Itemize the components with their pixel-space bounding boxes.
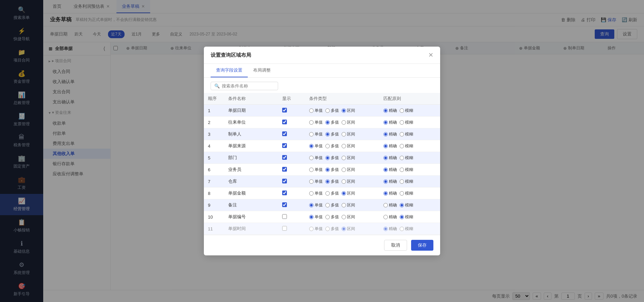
type-range-10[interactable]: 区间 [342, 214, 355, 220]
match-fuzzy-8[interactable]: 模糊 [400, 191, 413, 196]
type-multi-10[interactable]: 多值 [325, 214, 339, 220]
row-type-10: 单值 多值 区间 [305, 211, 379, 223]
row-name-2: 往来单位 [224, 117, 278, 128]
row-display-9 [278, 199, 305, 211]
type-range-8[interactable]: 区间 [342, 191, 355, 196]
match-fuzzy-9[interactable]: 模糊 [400, 202, 413, 208]
dialog-overlay[interactable]: 设置查询区域布局 ✕ 查询字段设置 布局调整 🔍 顺序 条件名称 显示 条件类型… [0, 0, 644, 302]
match-fuzzy-2[interactable]: 模糊 [400, 120, 413, 125]
type-range-1[interactable]: 区间 [342, 108, 355, 114]
dialog-save-button[interactable]: 保存 [411, 240, 433, 251]
cancel-button[interactable]: 取消 [384, 240, 407, 251]
type-single-4[interactable]: 单值 [309, 143, 323, 149]
type-single-1[interactable]: 单值 [309, 108, 323, 114]
type-multi-3[interactable]: 多值 [325, 131, 339, 137]
row-order-6: 6 [204, 164, 224, 175]
table-row: 2 往来单位 单值 多值 区间 精确 模糊 [204, 117, 440, 128]
display-checkbox-10[interactable] [282, 214, 287, 220]
row-display-6 [278, 164, 305, 175]
display-checkbox-4[interactable] [282, 143, 287, 149]
type-multi-1[interactable]: 多值 [325, 108, 339, 114]
match-exact-5[interactable]: 精确 [383, 155, 397, 161]
display-checkbox-7[interactable] [282, 179, 287, 184]
row-type-9: 单值 多值 区间 [305, 199, 379, 211]
row-match-4: 精确 模糊 [379, 140, 440, 152]
type-range-3[interactable]: 区间 [342, 131, 355, 137]
row-order-5: 5 [204, 152, 224, 163]
type-single-10[interactable]: 单值 [309, 214, 323, 220]
row-order-8: 8 [204, 187, 224, 199]
type-range-2[interactable]: 区间 [342, 120, 355, 125]
match-fuzzy-6[interactable]: 模糊 [400, 167, 413, 173]
row-type-8: 单值 多值 区间 [305, 187, 379, 199]
type-range-4[interactable]: 区间 [342, 143, 355, 149]
type-multi-6[interactable]: 多值 [325, 167, 339, 173]
match-exact-11[interactable]: 精确 [383, 226, 397, 232]
dialog-search-input[interactable] [222, 83, 274, 89]
type-multi-11[interactable]: 多值 [325, 226, 339, 232]
type-single-3[interactable]: 单值 [309, 131, 323, 137]
match-exact-7[interactable]: 精确 [383, 179, 397, 184]
type-multi-5[interactable]: 多值 [325, 155, 339, 161]
match-exact-1[interactable]: 精确 [383, 108, 397, 114]
match-fuzzy-4[interactable]: 模糊 [400, 143, 413, 149]
type-multi-2[interactable]: 多值 [325, 120, 339, 125]
row-display-1 [278, 105, 305, 116]
match-radio-group-9: 精确 模糊 [383, 202, 413, 208]
dialog-tab-layout[interactable]: 布局调整 [248, 64, 276, 77]
type-multi-4[interactable]: 多值 [325, 143, 339, 149]
display-checkbox-3[interactable] [282, 131, 287, 137]
dialog-search: 🔍 [204, 78, 440, 93]
type-multi-7[interactable]: 多值 [325, 179, 339, 184]
display-checkbox-11[interactable] [282, 226, 287, 232]
display-checkbox-5[interactable] [282, 155, 287, 161]
dialog-close-button[interactable]: ✕ [428, 51, 433, 59]
type-single-8[interactable]: 单值 [309, 191, 323, 196]
match-exact-4[interactable]: 精确 [383, 143, 397, 149]
row-display-10 [278, 211, 305, 223]
row-name-8: 单据金额 [224, 187, 278, 199]
match-fuzzy-10[interactable]: 模糊 [400, 214, 413, 220]
match-fuzzy-3[interactable]: 模糊 [400, 131, 413, 137]
type-single-7[interactable]: 单值 [309, 179, 323, 184]
type-single-2[interactable]: 单值 [309, 120, 323, 125]
display-checkbox-9[interactable] [282, 202, 287, 208]
match-fuzzy-7[interactable]: 模糊 [400, 179, 413, 184]
match-exact-6[interactable]: 精确 [383, 167, 397, 173]
display-checkbox-1[interactable] [282, 108, 287, 114]
type-range-7[interactable]: 区间 [342, 179, 355, 184]
type-radio-group-3: 单值 多值 区间 [309, 131, 355, 137]
type-range-6[interactable]: 区间 [342, 167, 355, 173]
display-checkbox-6[interactable] [282, 167, 287, 173]
type-multi-9[interactable]: 多值 [325, 202, 339, 208]
table-row: 8 单据金额 单值 多值 区间 精确 模糊 [204, 187, 440, 199]
display-checkbox-8[interactable] [282, 191, 287, 196]
type-range-11[interactable]: 区间 [342, 226, 355, 232]
row-name-10: 单据编号 [224, 211, 278, 223]
row-type-11: 单值 多值 区间 [305, 223, 379, 234]
dialog-header: 设置查询区域布局 ✕ [204, 47, 440, 64]
match-exact-2[interactable]: 精确 [383, 120, 397, 125]
type-range-5[interactable]: 区间 [342, 155, 355, 161]
match-exact-3[interactable]: 精确 [383, 131, 397, 137]
type-single-6[interactable]: 单值 [309, 167, 323, 173]
match-radio-group-8: 精确 模糊 [383, 191, 413, 196]
type-multi-8[interactable]: 多值 [325, 191, 339, 196]
type-single-9[interactable]: 单值 [309, 202, 323, 208]
match-exact-8[interactable]: 精确 [383, 191, 397, 196]
match-exact-9[interactable]: 精确 [383, 202, 397, 208]
match-radio-group-2: 精确 模糊 [383, 120, 413, 125]
type-radio-group-7: 单值 多值 区间 [309, 179, 355, 184]
row-type-2: 单值 多值 区间 [305, 117, 379, 128]
display-checkbox-2[interactable] [282, 120, 287, 125]
match-fuzzy-11[interactable]: 模糊 [400, 226, 413, 232]
type-single-5[interactable]: 单值 [309, 155, 323, 161]
dialog-tab-fields[interactable]: 查询字段设置 [211, 64, 248, 77]
dialog-search-box: 🔍 [211, 82, 278, 90]
match-exact-10[interactable]: 精确 [383, 214, 397, 220]
row-match-7: 精确 模糊 [379, 176, 440, 187]
type-single-11[interactable]: 单值 [309, 226, 323, 232]
type-range-9[interactable]: 区间 [342, 202, 355, 208]
match-fuzzy-1[interactable]: 模糊 [400, 108, 413, 114]
match-fuzzy-5[interactable]: 模糊 [400, 155, 413, 161]
